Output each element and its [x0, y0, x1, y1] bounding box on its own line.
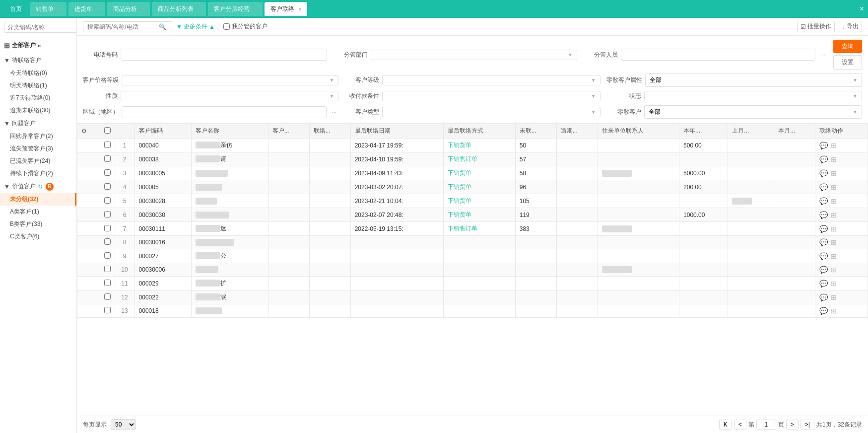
filter-search-input[interactable] [87, 23, 157, 30]
filter-search-icon[interactable]: 🔍 [159, 23, 166, 30]
message-icon[interactable]: 💬 [819, 225, 828, 233]
last-page-btn[interactable]: >| [801, 420, 814, 430]
tab-product-analysis[interactable]: 商品分析 × [107, 2, 150, 16]
row-checkbox[interactable] [104, 197, 111, 204]
sidebar-item-today-pending[interactable]: 今天待联络(0) [0, 67, 76, 79]
row-last-contact-method[interactable] [443, 277, 515, 290]
row-checkbox[interactable] [104, 169, 111, 176]
dept-select[interactable]: ▼ [371, 50, 577, 60]
tab-sales[interactable]: 销售单 × [30, 2, 67, 16]
sidebar-collapse-icon[interactable]: « [38, 42, 41, 49]
row-last-contact-method[interactable]: 下销货单 [443, 166, 515, 180]
row-checkbox[interactable] [104, 155, 111, 162]
filter-search-box[interactable]: 🔍 [83, 21, 172, 32]
tab-purchase[interactable]: 进货单 × [68, 2, 105, 16]
row-last-contact-method[interactable]: 下销货单 [443, 208, 515, 222]
message-icon[interactable]: 💬 [819, 266, 828, 274]
my-customers-checkbox-area[interactable]: 我分管的客户 [223, 22, 267, 31]
product-analysis-list-close-icon[interactable]: × [198, 6, 200, 12]
grid-action-icon[interactable]: ⊞ [831, 169, 837, 177]
row-checkbox[interactable] [104, 307, 111, 313]
message-icon[interactable]: 💬 [819, 183, 828, 191]
nature-select[interactable]: ▼ [121, 91, 338, 101]
message-icon[interactable]: 💬 [819, 155, 828, 163]
grid-action-icon[interactable]: ⊞ [831, 280, 837, 288]
message-icon[interactable]: 💬 [819, 280, 828, 288]
row-last-contact-method[interactable]: 下销货单 [443, 180, 515, 194]
sales-close-icon[interactable]: × [58, 6, 61, 12]
sidebar-item-a-customer[interactable]: A类客户(1) [0, 206, 76, 218]
message-icon[interactable]: 💬 [819, 293, 828, 301]
sidebar-item-c-customer[interactable]: C类客户(6) [0, 230, 76, 243]
select-all-checkbox[interactable] [104, 127, 111, 134]
sidebar-item-overdue-pending[interactable]: 逾期未联络(30) [0, 104, 76, 117]
row-last-contact-method[interactable]: 下销售订单 [443, 222, 515, 236]
my-customers-checkbox[interactable] [223, 23, 230, 30]
sidebar-group-problem[interactable]: ▼ 问题客户 [0, 117, 76, 130]
grid-action-icon[interactable]: ⊞ [831, 142, 837, 149]
next-page-btn[interactable]: > [786, 420, 799, 430]
page-size-select[interactable]: 50 10 20 100 [111, 419, 136, 430]
contact-method-link[interactable]: 下销货单 [448, 183, 471, 190]
sidebar-item-7day-pending[interactable]: 近7天待联络(0) [0, 92, 76, 104]
th-settings[interactable]: ⚙ [77, 124, 100, 139]
status-select[interactable]: ▼ [644, 91, 862, 101]
contact-method-link[interactable]: 下销货单 [448, 142, 471, 148]
row-checkbox[interactable] [104, 225, 111, 231]
grid-action-icon[interactable]: ⊞ [831, 307, 837, 315]
message-icon[interactable]: 💬 [819, 142, 828, 149]
phone-input[interactable] [121, 49, 327, 61]
message-icon[interactable]: 💬 [819, 197, 828, 205]
first-page-btn[interactable]: K [719, 420, 732, 430]
message-icon[interactable]: 💬 [819, 252, 828, 260]
region-dots-icon[interactable]: ··· [330, 109, 338, 116]
customer-segment-close-icon[interactable]: × [254, 6, 257, 12]
grid-action-icon[interactable]: ⊞ [831, 155, 837, 163]
manager-dots-icon[interactable]: ··· [818, 51, 827, 58]
window-close-icon[interactable]: × [860, 4, 864, 13]
contact-method-link[interactable]: 下销货单 [448, 169, 471, 176]
row-last-contact-method[interactable] [443, 236, 515, 249]
sidebar-item-abnormal[interactable]: 回购异常客户(2) [0, 130, 76, 143]
sidebar-group-pending[interactable]: ▼ 待联络客户 [0, 54, 76, 67]
row-checkbox[interactable] [104, 266, 111, 272]
row-checkbox[interactable] [104, 142, 111, 148]
row-checkbox[interactable] [104, 211, 111, 217]
tab-customer-segment[interactable]: 客户分层经营 × [208, 2, 263, 16]
row-last-contact-method[interactable] [443, 304, 515, 318]
score-refresh-icon[interactable]: ↻ [38, 183, 43, 190]
message-icon[interactable]: 💬 [819, 169, 828, 177]
row-last-contact-method[interactable]: 下销售订单 [443, 152, 515, 166]
scatter-attr-select[interactable]: 全部 ▼ [645, 73, 862, 87]
message-icon[interactable]: 💬 [819, 211, 828, 219]
prev-page-btn[interactable]: < [734, 420, 746, 430]
export-btn[interactable]: ↓ 导出 [839, 21, 862, 32]
row-checkbox[interactable] [104, 252, 111, 259]
row-last-contact-method[interactable] [443, 290, 515, 304]
region-input[interactable] [122, 106, 327, 118]
tab-home[interactable]: 首页 [4, 2, 28, 16]
sidebar-item-declining[interactable]: 持续下滑客户(2) [0, 167, 76, 180]
manager-input[interactable] [621, 49, 815, 61]
sidebar-all-customers[interactable]: ⊞ 全部客户 « [0, 37, 76, 54]
th-checkbox[interactable] [100, 124, 115, 139]
sidebar-group-score[interactable]: ▼ 价值客户 ↻ R [0, 180, 76, 193]
grid-action-icon[interactable]: ⊞ [831, 252, 837, 260]
tab-customer-contact[interactable]: 客户联络 × [265, 2, 307, 16]
message-icon[interactable]: 💬 [819, 307, 828, 315]
grid-action-icon[interactable]: ⊞ [831, 266, 837, 274]
contact-method-link[interactable]: 下销货单 [448, 197, 471, 204]
grid-action-icon[interactable]: ⊞ [831, 238, 837, 246]
sidebar-item-tomorrow-pending[interactable]: 明天待联络(1) [0, 79, 76, 92]
scatter-customer-select[interactable]: 全部 ▼ [644, 105, 862, 119]
customer-type-select[interactable]: ▼ [382, 107, 600, 117]
sidebar-item-churn-warning[interactable]: 流失预警客户(3) [0, 143, 76, 155]
contact-method-link[interactable]: 下销售订单 [448, 225, 477, 232]
customer-contact-close-icon[interactable]: × [298, 6, 301, 12]
sidebar-search-input[interactable] [4, 22, 77, 33]
purchase-close-icon[interactable]: × [96, 6, 99, 12]
payment-select[interactable]: ▼ [382, 91, 600, 101]
row-checkbox[interactable] [104, 183, 111, 190]
product-analysis-close-icon[interactable]: × [141, 6, 144, 12]
batch-op-btn[interactable]: ☑ 批量操作 [797, 21, 835, 32]
